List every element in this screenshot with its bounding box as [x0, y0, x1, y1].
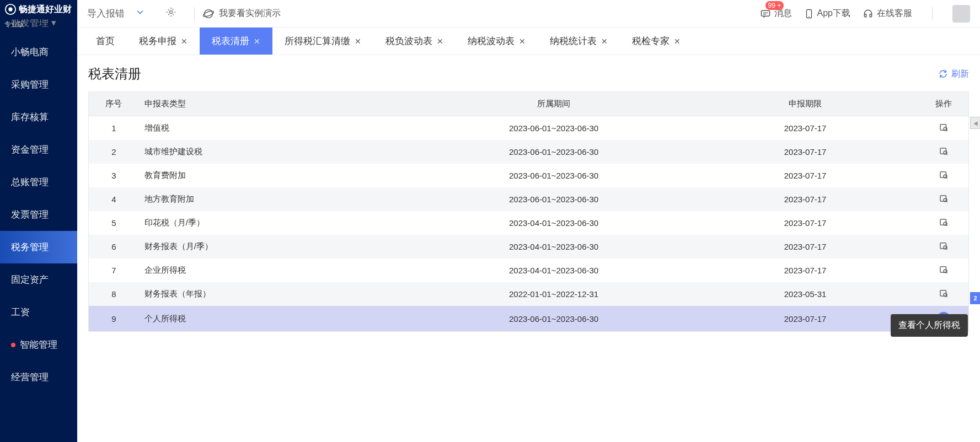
- import-label[interactable]: 导入报错: [87, 7, 125, 20]
- cell-period: 2023-06-01~2023-06-30: [415, 306, 692, 332]
- close-icon[interactable]: ✕: [601, 37, 608, 46]
- tooltip: 查看个人所得税: [891, 314, 968, 337]
- cell-type: 增值税: [139, 116, 416, 141]
- table-row: 3教育费附加2023-06-01~2023-06-302023-07-17: [89, 164, 969, 187]
- topbar: 导入报错 我要看实例演示 99 + 消息: [77, 0, 980, 28]
- content: 税表清册 刷新 序号 申报表类型 所属期间 申报期限 操作 1增: [77, 55, 980, 442]
- cell-type: 财务报表（月/季）: [139, 235, 416, 258]
- planet-icon: [202, 8, 215, 20]
- sidebar-item-10[interactable]: 经营管理: [0, 361, 77, 394]
- svg-point-1: [8, 7, 12, 11]
- cell-period: 2022-01-01~2022-12-31: [415, 282, 692, 306]
- cell-type: 地方教育附加: [139, 187, 416, 211]
- close-icon[interactable]: ✕: [181, 37, 188, 46]
- th-seq: 序号: [89, 92, 139, 116]
- sidebar-item-2[interactable]: 库存核算: [0, 101, 77, 133]
- cell-deadline: 2023-07-17: [692, 258, 918, 282]
- customer-service-link[interactable]: 在线客服: [863, 8, 912, 19]
- tab-label: 所得税汇算清缴: [285, 35, 350, 47]
- cell-deadline: 2023-07-17: [692, 164, 918, 187]
- sidebar-item-0[interactable]: 小畅电商: [0, 36, 77, 68]
- divider: [194, 7, 195, 20]
- table-row: 2城市维护建设税2023-06-01~2023-06-302023-07-17: [89, 140, 969, 164]
- close-icon[interactable]: ✕: [674, 37, 681, 46]
- tabs: 首页税务申报✕税表清册✕所得税汇算清缴✕税负波动表✕纳税波动表✕纳税统计表✕税检…: [77, 28, 980, 55]
- cell-period: 2023-04-01~2023-06-30: [415, 258, 692, 282]
- cell-op: [918, 282, 968, 306]
- tab-2[interactable]: 税表清册✕: [200, 28, 272, 55]
- cell-op: [918, 235, 968, 258]
- messages-link[interactable]: 99 + 消息: [760, 8, 792, 19]
- divider: [932, 7, 933, 20]
- demo-link[interactable]: 我要看实例演示: [202, 8, 281, 20]
- cell-seq: 1: [89, 116, 139, 141]
- tab-6[interactable]: 纳税统计表✕: [538, 28, 620, 55]
- page-title: 税表清册: [88, 65, 141, 83]
- table-row: 9个人所得税2023-06-01~2023-06-302023-07-17: [89, 306, 969, 332]
- sidebar-item-6[interactable]: 税务管理: [0, 231, 77, 263]
- sidebar-item-3[interactable]: 资金管理: [0, 133, 77, 166]
- sidebar-item-5[interactable]: 发票管理: [0, 198, 77, 231]
- sidebar-item-4[interactable]: 总账管理: [0, 166, 77, 198]
- sidebar-item-7[interactable]: 固定资产: [0, 263, 77, 296]
- close-icon[interactable]: ✕: [355, 37, 361, 46]
- cell-type: 个人所得税: [139, 306, 416, 332]
- cell-op: [918, 164, 968, 187]
- tab-4[interactable]: 税负波动表✕: [373, 28, 456, 55]
- cell-type: 教育费附加: [139, 164, 416, 187]
- cell-deadline: 2023-07-17: [692, 211, 918, 235]
- table-row: 5印花税（月/季）2023-04-01~2023-06-302023-07-17: [89, 211, 969, 235]
- gear-icon[interactable]: [165, 7, 176, 20]
- logo-text: 畅捷通好业财: [19, 4, 72, 15]
- tab-3[interactable]: 所得税汇算清缴✕: [272, 28, 373, 55]
- refresh-icon: [938, 69, 948, 79]
- view-icon[interactable]: [939, 265, 949, 274]
- app-download-link[interactable]: App下载: [804, 8, 850, 19]
- cell-period: 2023-06-01~2023-06-30: [415, 187, 692, 211]
- close-icon[interactable]: ✕: [437, 37, 443, 46]
- tab-0[interactable]: 首页: [84, 28, 127, 55]
- cell-type: 城市维护建设税: [139, 140, 416, 164]
- svg-point-7: [808, 16, 810, 17]
- view-icon[interactable]: [939, 288, 949, 298]
- close-icon[interactable]: ✕: [519, 37, 526, 46]
- close-icon[interactable]: ✕: [254, 37, 260, 46]
- side-badge[interactable]: 2: [970, 292, 980, 304]
- cell-type: 印花税（月/季）: [139, 211, 416, 235]
- table-row: 8财务报表（年报）2022-01-01~2022-12-312023-05-31: [89, 282, 969, 306]
- sidebar-item-1[interactable]: 采购管理: [0, 68, 77, 101]
- cell-type: 财务报表（年报）: [139, 282, 416, 306]
- avatar[interactable]: [952, 5, 970, 23]
- phone-icon: [804, 8, 814, 19]
- tax-table: 序号 申报表类型 所属期间 申报期限 操作 1增值税2023-06-01~202…: [88, 91, 969, 332]
- headset-icon: [863, 8, 874, 19]
- side-collapse-handle[interactable]: ◀: [970, 117, 980, 129]
- view-icon[interactable]: [939, 217, 949, 227]
- tab-1[interactable]: 税务申报✕: [127, 28, 200, 55]
- tab-7[interactable]: 税检专家✕: [620, 28, 693, 55]
- tab-label: 税表清册: [212, 35, 249, 47]
- cell-seq: 2: [89, 140, 139, 164]
- sidebar-item-8[interactable]: 工资: [0, 296, 77, 328]
- svg-point-2: [170, 11, 173, 14]
- tab-label: 税检专家: [632, 35, 670, 47]
- tab-label: 税务申报: [139, 35, 176, 47]
- cell-period: 2023-04-01~2023-06-30: [415, 211, 692, 235]
- cell-deadline: 2023-07-17: [692, 116, 918, 141]
- refresh-button[interactable]: 刷新: [938, 68, 969, 80]
- view-icon[interactable]: [939, 146, 949, 156]
- sidebar-item-partial[interactable]: 批发管理 ▾: [0, 19, 77, 36]
- view-icon[interactable]: [939, 241, 949, 251]
- th-deadline: 申报期限: [692, 92, 918, 116]
- badge: 99 +: [765, 1, 784, 10]
- tab-5[interactable]: 纳税波动表✕: [456, 28, 538, 55]
- table-row: 6财务报表（月/季）2023-04-01~2023-06-302023-07-1…: [89, 235, 969, 258]
- view-icon[interactable]: [939, 170, 949, 180]
- view-icon[interactable]: [939, 122, 949, 132]
- sidebar-item-9[interactable]: 智能管理: [0, 328, 77, 361]
- logo-icon: [4, 3, 17, 15]
- view-icon[interactable]: [939, 193, 949, 203]
- cell-period: 2023-06-01~2023-06-30: [415, 116, 692, 141]
- cell-type: 企业所得税: [139, 258, 416, 282]
- chevron-down-icon[interactable]: [135, 7, 146, 20]
